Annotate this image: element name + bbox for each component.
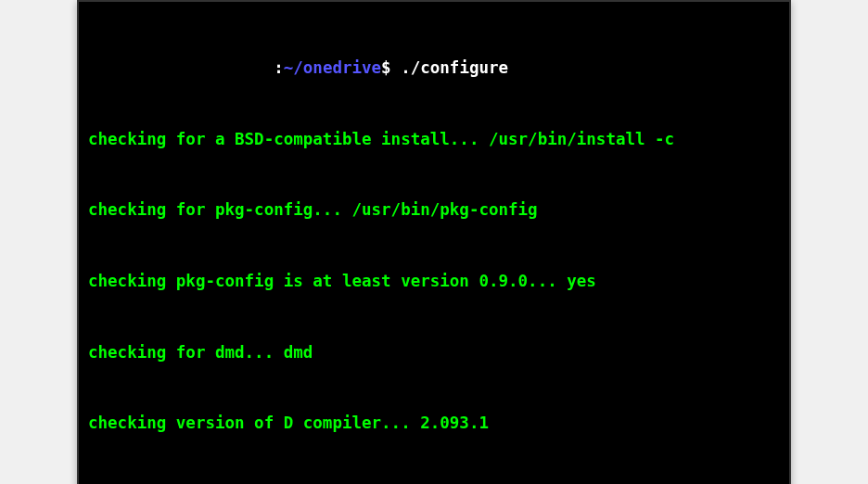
- prompt-leading-space: [88, 58, 274, 77]
- output-line: checking for pkg-config... /usr/bin/pkg-…: [88, 198, 780, 223]
- output-line: checking for dmd... dmd: [88, 341, 780, 365]
- prompt-path: ~/onedrive: [284, 58, 381, 77]
- output-line: checking for a BSD-compatible install...…: [88, 128, 780, 152]
- output-line: checking version of D compiler... 2.093.…: [88, 412, 780, 436]
- prompt-separator: :: [274, 58, 284, 77]
- terminal-window: :~/onedrive$ ./configure checking for a …: [77, 0, 791, 484]
- output-line: checking pkg-config is at least version …: [88, 270, 780, 294]
- prompt-line-1: :~/onedrive$ ./configure: [88, 57, 780, 81]
- typed-command: ./configure: [391, 58, 508, 77]
- terminal-content[interactable]: :~/onedrive$ ./configure checking for a …: [88, 9, 780, 484]
- prompt-dollar: $: [381, 58, 391, 77]
